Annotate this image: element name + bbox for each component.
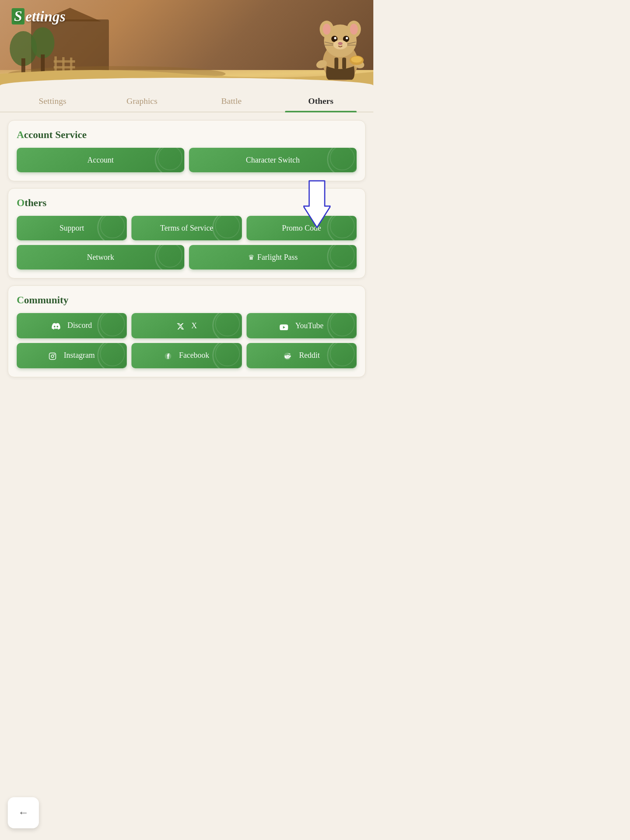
terms-button[interactable]: Terms of Service xyxy=(131,216,242,240)
tab-graphics[interactable]: Graphics xyxy=(97,91,187,112)
title-s-box: S xyxy=(12,8,24,24)
community-row1: Discord X YouTube xyxy=(17,313,357,338)
youtube-icon xyxy=(280,322,292,330)
tab-others[interactable]: Others xyxy=(276,91,366,112)
community-row2: Instagram Facebook Reddi xyxy=(17,343,357,368)
svg-point-21 xyxy=(338,42,343,45)
community-card: Community Discord X xyxy=(8,285,366,377)
facebook-button[interactable]: Facebook xyxy=(131,343,242,368)
tabs-container: Settings Graphics Battle Others xyxy=(0,86,373,112)
youtube-button[interactable]: YouTube xyxy=(247,313,357,338)
discord-button[interactable]: Discord xyxy=(17,313,127,338)
others-row2: Network ♛Farlight Pass xyxy=(17,245,357,270)
svg-point-13 xyxy=(323,24,331,35)
header-banner: S ettings xyxy=(0,0,373,86)
community-title: Community xyxy=(17,294,357,306)
instagram-icon xyxy=(49,352,61,359)
account-service-card: Account Service Account Character Switch xyxy=(8,120,366,181)
others-row1: Support Terms of Service Promo Code xyxy=(17,216,357,240)
svg-point-3 xyxy=(31,27,54,58)
mascot-character xyxy=(313,16,368,82)
svg-point-34 xyxy=(51,355,54,358)
tab-battle[interactable]: Battle xyxy=(187,91,276,112)
svg-point-19 xyxy=(346,37,348,39)
x-button[interactable]: X xyxy=(131,313,242,338)
account-service-title: Account Service xyxy=(17,129,357,141)
farlight-pass-button[interactable]: ♛Farlight Pass xyxy=(189,245,357,270)
tab-settings[interactable]: Settings xyxy=(8,91,97,112)
character-switch-button[interactable]: Character Switch xyxy=(189,148,357,172)
facebook-icon xyxy=(164,352,176,359)
network-button[interactable]: Network xyxy=(17,245,184,270)
crown-icon: ♛ xyxy=(248,254,254,261)
svg-point-18 xyxy=(334,37,336,39)
svg-rect-33 xyxy=(49,353,56,360)
svg-point-31 xyxy=(351,56,362,63)
reddit-button[interactable]: Reddit xyxy=(247,343,357,368)
svg-rect-26 xyxy=(334,58,338,69)
title-text: ettings xyxy=(25,8,65,25)
page-title: S ettings xyxy=(12,8,66,25)
svg-point-35 xyxy=(54,354,55,355)
promo-button[interactable]: Promo Code xyxy=(247,216,357,240)
support-button[interactable]: Support xyxy=(17,216,127,240)
reddit-icon xyxy=(283,352,296,359)
others-card: Others Support Terms of Service Promo Co… xyxy=(8,188,366,278)
main-content: Account Service Account Character Switch… xyxy=(0,112,373,396)
x-icon xyxy=(177,322,189,330)
svg-rect-8 xyxy=(54,60,75,63)
discord-icon xyxy=(52,322,65,329)
account-button[interactable]: Account xyxy=(17,148,184,172)
svg-point-15 xyxy=(350,24,358,35)
svg-rect-27 xyxy=(342,58,346,69)
instagram-button[interactable]: Instagram xyxy=(17,343,127,368)
others-title: Others xyxy=(17,197,357,209)
account-buttons-row: Account Character Switch xyxy=(17,148,357,172)
